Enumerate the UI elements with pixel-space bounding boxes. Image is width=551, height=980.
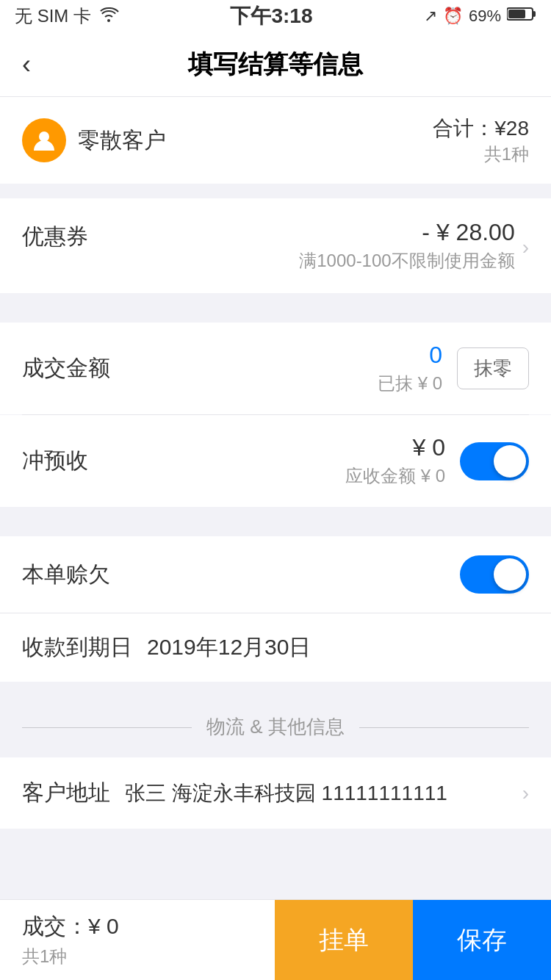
status-time: 下午3:18 [230,2,312,30]
alarm-icon: ⏰ [443,7,463,26]
prepay-row: 冲预收 ¥ 0 应收金额 ¥ 0 [0,415,551,507]
coupon-label: 优惠券 [22,219,88,252]
prepay-toggle[interactable] [460,442,529,480]
prepay-value: ¥ 0 [345,434,445,461]
section-divider-2 [0,507,551,522]
back-button[interactable]: ‹ [22,51,31,78]
wifi-icon [98,6,119,26]
coupon-value-wrap: - ¥ 28.00 满1000-100不限制使用金额 [299,219,514,273]
svg-point-3 [39,131,49,142]
battery-icon [507,7,536,26]
duedate-row: 收款到期日 2019年12月30日 [0,613,551,682]
prepay-value-wrap: ¥ 0 应收金额 ¥ 0 [345,434,445,488]
duedate-value: 2019年12月30日 [147,633,311,663]
prepay-sub: 应收金额 ¥ 0 [345,464,445,488]
status-bar: 无 SIM 卡 下午3:18 ↗ ⏰ 69% [0,0,551,32]
transaction-value-wrap: 0 已抹 ¥ 0 [378,342,442,395]
bottom-info: 成交：¥ 0 共1种 [0,912,275,968]
transaction-right: 0 已抹 ¥ 0 抹零 [378,342,529,395]
address-chevron-icon: › [522,782,529,805]
prepay-right: ¥ 0 应收金额 ¥ 0 [345,434,529,488]
customer-section: 零散客户 合计：¥28 共1种 [0,97,551,184]
credit-label: 本单赊欠 [22,560,110,590]
status-left: 无 SIM 卡 [15,4,119,28]
sim-text: 无 SIM 卡 [15,4,91,28]
status-right: ↗ ⏰ 69% [424,7,536,26]
customer-total: 合计：¥28 [433,115,529,143]
bottom-count: 共1种 [22,945,253,968]
transaction-row: 成交金额 0 已抹 ¥ 0 抹零 [0,323,551,414]
coupon-chevron-icon: › [522,236,529,259]
svg-rect-2 [508,10,525,18]
bottom-deal-row: 成交：¥ 0 [22,912,253,942]
save-button[interactable]: 保存 [413,900,551,981]
duedate-label: 收款到期日 [22,633,132,663]
customer-avatar [22,118,66,162]
customer-count: 共1种 [433,143,529,166]
location-icon: ↗ [424,7,437,26]
svg-rect-1 [533,11,536,17]
content: 零散客户 合计：¥28 共1种 优惠券 - ¥ 28.00 满1000-100不… [0,97,551,939]
coupon-right: - ¥ 28.00 满1000-100不限制使用金额 › [299,219,529,273]
customer-name: 零散客户 [78,126,166,156]
customer-left: 零散客户 [22,118,166,162]
credit-toggle[interactable] [460,555,529,594]
address-row[interactable]: 客户地址 张三 海淀永丰科技园 11111111111 › [0,757,551,829]
logistics-divider: 物流 & 其他信息 [0,696,551,757]
erase-button[interactable]: 抹零 [457,347,529,389]
bottom-deal-value: ¥ 0 [88,914,119,938]
address-label: 客户地址 [22,778,110,808]
customer-row: 零散客户 合计：¥28 共1种 [0,97,551,184]
credit-row: 本单赊欠 [0,536,551,613]
prepay-label: 冲预收 [22,446,88,476]
nav-bar: ‹ 填写结算等信息 [0,32,551,97]
coupon-discount: - ¥ 28.00 [299,219,514,246]
logistics-label: 物流 & 其他信息 [192,714,359,740]
page-title: 填写结算等信息 [188,48,363,82]
hold-button[interactable]: 挂单 [275,900,413,981]
transaction-sub: 已抹 ¥ 0 [378,372,442,395]
coupon-description: 满1000-100不限制使用金额 [299,249,514,273]
transaction-value: 0 [378,342,442,369]
battery-text: 69% [469,7,501,26]
bottom-bar: 成交：¥ 0 共1种 挂单 保存 [0,899,551,980]
coupon-row[interactable]: 优惠券 - ¥ 28.00 满1000-100不限制使用金额 › [0,198,551,293]
transaction-label: 成交金额 [22,353,110,383]
bottom-deal-label: 成交： [22,914,88,938]
customer-summary: 合计：¥28 共1种 [433,115,529,166]
section-divider-1 [0,308,551,323]
address-value: 张三 海淀永丰科技园 11111111111 [125,779,515,807]
